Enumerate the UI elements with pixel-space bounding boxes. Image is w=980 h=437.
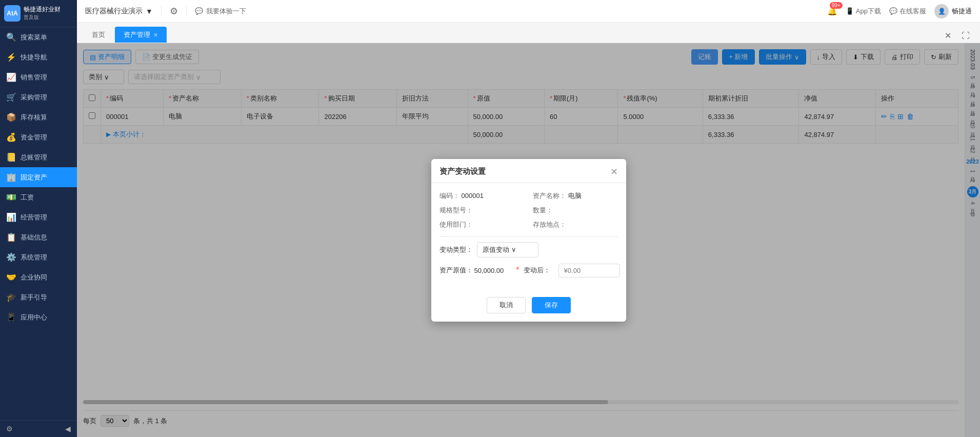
modal-close-button[interactable]: ✕: [610, 166, 618, 177]
sidebar-item-basic[interactable]: 📋 基础信息: [0, 227, 77, 247]
topbar-right: 🔔 99+ 📱 App下载 💬 在线客服 👤 畅捷通: [827, 4, 972, 18]
asset-value-label: 资产原值：: [439, 266, 470, 275]
finance-icon: 💰: [6, 132, 16, 142]
modal-department-item: 使用部门：: [439, 220, 525, 229]
sidebar-item-label: 资金管理: [21, 133, 47, 142]
tab-home[interactable]: 首页: [83, 27, 114, 43]
sidebar-item-quicknav[interactable]: ⚡ 快捷导航: [0, 47, 77, 67]
modal-code-label: 编码：: [439, 191, 459, 201]
sidebar-item-label: 搜索菜单: [21, 33, 47, 42]
modal-body: 编码： 000001 资产名称： 电脑 规格型号： 数量：: [431, 183, 626, 292]
sidebar-item-label: 工资: [21, 193, 34, 202]
sidebar-item-label: 快捷导航: [21, 53, 47, 62]
modal-info-grid: 编码： 000001 资产名称： 电脑 规格型号： 数量：: [439, 191, 618, 229]
modal-overlay: 资产变动设置 ✕ 编码： 000001 资产名称： 电脑: [77, 43, 980, 437]
sales-icon: 📈: [6, 72, 16, 82]
collapse-icon[interactable]: ◀: [65, 425, 71, 433]
download-icon: 📱: [846, 7, 854, 15]
sidebar-item-salary[interactable]: 💵 工资: [0, 187, 77, 207]
sidebar-item-sales[interactable]: 📈 销售管理: [0, 67, 77, 87]
quicknav-icon: ⚡: [6, 52, 16, 62]
try-feature-btn[interactable]: 💬 我要体验一下: [195, 7, 246, 16]
window-close-icon[interactable]: ✕: [941, 29, 955, 43]
change-type-select[interactable]: 原值变动 ∨: [477, 242, 538, 257]
settings-icon[interactable]: ⚙: [6, 425, 13, 433]
guide-icon: 🎓: [6, 292, 16, 302]
sidebar-item-label: 总账管理: [21, 153, 47, 162]
try-label: 我要体验一下: [206, 7, 246, 16]
sidebar-item-operation[interactable]: 📊 经营管理: [0, 207, 77, 227]
change-type-label: 变动类型：: [439, 245, 473, 254]
after-label: 变动后：: [524, 266, 554, 275]
tab-assets-label: 资产管理: [124, 30, 150, 39]
sidebar-item-label: 新手引导: [21, 293, 47, 302]
sidebar-item-finance[interactable]: 💰 资金管理: [0, 127, 77, 147]
sidebar-item-cooperation[interactable]: 🤝 企业协同: [0, 267, 77, 287]
sidebar-item-search[interactable]: 🔍 搜索菜单: [0, 27, 77, 47]
modal-quantity-label: 数量：: [533, 206, 553, 215]
username: 畅捷通: [952, 7, 972, 16]
after-input[interactable]: [558, 264, 620, 277]
modal-code-value: 000001: [462, 192, 484, 200]
sidebar-item-guide[interactable]: 🎓 新手引导: [0, 287, 77, 307]
company-name: 医疗器械行业演示: [85, 7, 143, 16]
modal-divider: [439, 236, 618, 237]
sidebar-item-label: 基础信息: [21, 233, 47, 242]
tab-assets[interactable]: 资产管理 ✕: [115, 27, 167, 43]
topbar: 医疗器械行业演示 ▼ ⚙ 💬 我要体验一下 🔔 99+ 📱 App下载 💬 在线…: [77, 0, 980, 23]
modal-name-value: 电脑: [568, 191, 582, 201]
download-label: App下载: [856, 7, 881, 16]
topbar-divider: [161, 6, 162, 16]
modal-department-label: 使用部门：: [439, 220, 473, 229]
tab-close-icon[interactable]: ✕: [153, 32, 158, 38]
sidebar-item-assets[interactable]: 🏢 固定资产: [0, 167, 77, 187]
cancel-button[interactable]: 取消: [487, 297, 526, 313]
notify-btn[interactable]: 🔔 99+: [827, 6, 837, 16]
modal-spec-label: 规格型号：: [439, 206, 473, 215]
ledger-icon: 📒: [6, 152, 16, 162]
company-selector[interactable]: 医疗器械行业演示 ▼: [85, 7, 153, 16]
change-type-value: 原值变动: [483, 245, 509, 254]
service-btn[interactable]: 💬 在线客服: [889, 7, 926, 16]
user-menu[interactable]: 👤 畅捷通: [934, 4, 972, 18]
asset-value-value: 50,000.00: [474, 267, 504, 274]
topbar-settings-icon[interactable]: ⚙: [170, 6, 178, 17]
service-label: 在线客服: [899, 7, 926, 16]
sidebar-nav: 🔍 搜索菜单 ⚡ 快捷导航 📈 销售管理 🛒 采购管理 📦 库存核算 💰 资金管…: [0, 27, 77, 420]
window-maximize-icon[interactable]: ⛶: [957, 29, 974, 43]
modal-title: 资产变动设置: [439, 167, 486, 176]
content-area: ▤ 资产明细 📄 变更生成凭证 记账 + 新增 批量操作 ∨: [77, 43, 980, 437]
notify-badge: 99+: [830, 2, 843, 9]
sidebar-item-system[interactable]: ⚙️ 系统管理: [0, 247, 77, 267]
basic-icon: 📋: [6, 232, 16, 242]
asset-change-modal: 资产变动设置 ✕ 编码： 000001 资产名称： 电脑: [431, 159, 626, 322]
sidebar-item-apps[interactable]: 📱 应用中心: [0, 307, 77, 327]
logo-edition: 普及版: [24, 14, 61, 21]
sidebar-footer: ⚙ ◀: [0, 420, 77, 437]
sidebar-item-label: 采购管理: [21, 93, 47, 102]
service-icon: 💬: [889, 7, 897, 15]
sidebar-item-inventory[interactable]: 📦 库存核算: [0, 107, 77, 127]
sidebar-item-label: 固定资产: [21, 173, 47, 182]
modal-name-item: 资产名称： 电脑: [533, 191, 618, 201]
modal-name-label: 资产名称：: [533, 191, 566, 201]
save-button[interactable]: 保存: [532, 297, 571, 313]
operation-icon: 📊: [6, 212, 16, 222]
modal-spec-item: 规格型号：: [439, 206, 525, 215]
tabbar: 首页 资产管理 ✕ ✕ ⛶: [77, 23, 980, 43]
download-app-btn[interactable]: 📱 App下载: [846, 7, 881, 16]
assets-icon: 🏢: [6, 172, 16, 182]
sidebar-item-label: 库存核算: [21, 113, 47, 122]
company-dropdown-icon: ▼: [146, 7, 153, 15]
modal-code-item: 编码： 000001: [439, 191, 525, 201]
change-type-row: 变动类型： 原值变动 ∨: [439, 242, 618, 257]
logo-icon: AtA: [4, 5, 21, 22]
sidebar-logo: AtA 畅捷通好业财 普及版: [0, 0, 77, 27]
sidebar-item-label: 应用中心: [21, 313, 47, 322]
inventory-icon: 📦: [6, 112, 16, 122]
avatar: 👤: [934, 4, 949, 18]
sidebar-item-ledger[interactable]: 📒 总账管理: [0, 147, 77, 167]
salary-icon: 💵: [6, 192, 16, 202]
sidebar-item-purchase[interactable]: 🛒 采购管理: [0, 87, 77, 107]
sidebar-item-label: 系统管理: [21, 253, 47, 262]
